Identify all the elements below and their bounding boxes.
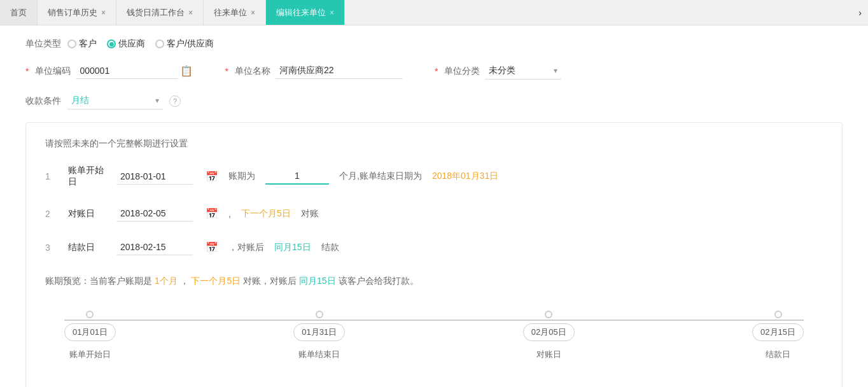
period-row-2-highlight: 下一个月5日 bbox=[241, 208, 291, 220]
timeline-badge-1: 01月01日 bbox=[64, 323, 116, 341]
timeline-dot-1 bbox=[86, 311, 94, 318]
timeline-dot-3 bbox=[545, 311, 552, 318]
unit-category-value: 未分类 bbox=[489, 65, 551, 76]
tab-sales-history[interactable]: 销售订单历史 × bbox=[38, 0, 116, 25]
tab-sales-history-label: 销售订单历史 bbox=[48, 7, 97, 18]
timeline-point-2: 01月31日 账单结束日 bbox=[293, 311, 345, 360]
chevron-down-icon: ▾ bbox=[554, 66, 557, 75]
timeline-label-3: 对账日 bbox=[536, 349, 561, 360]
timeline-badge-4: 02月15日 bbox=[752, 323, 804, 341]
period-row-2-date[interactable] bbox=[116, 206, 193, 222]
timeline-point-1: 01月01日 账单开始日 bbox=[64, 311, 116, 360]
preview-next5: 下一个月5日 bbox=[191, 276, 241, 286]
timeline-label-4: 结款日 bbox=[766, 349, 790, 360]
period-row-1-date[interactable] bbox=[116, 169, 193, 185]
payment-row: 收款条件 月结 ▾ ? bbox=[25, 92, 843, 109]
radio-both-circle bbox=[155, 39, 164, 48]
radio-customer-circle bbox=[67, 39, 76, 48]
period-row-2-num: 2 bbox=[45, 209, 58, 219]
period-row-1-suffix-post: 个月,账单结束日期为 bbox=[339, 171, 422, 182]
preview-mid: ， bbox=[180, 276, 189, 286]
period-end-date: 2018年01月31日 bbox=[432, 171, 498, 182]
period-row-3-num: 3 bbox=[45, 243, 58, 253]
help-icon[interactable]: ? bbox=[169, 95, 181, 107]
tab-daily-work-label: 钱货日清工作台 bbox=[127, 7, 185, 18]
tab-units[interactable]: 往来单位 × bbox=[204, 0, 266, 25]
timeline-badge-2: 01月31日 bbox=[293, 323, 345, 341]
period-num-input[interactable] bbox=[265, 168, 329, 185]
timeline-badge-3: 02月05日 bbox=[523, 323, 575, 341]
timeline-point-3: 02月05日 对账日 bbox=[523, 311, 575, 360]
tab-sales-history-close[interactable]: × bbox=[101, 8, 106, 17]
period-row-1-type: 账单开始日 bbox=[68, 165, 106, 188]
period-row-2-type: 对账日 bbox=[68, 208, 106, 220]
unit-type-label: 单位类型 bbox=[25, 38, 61, 50]
period-row-1-calendar-icon[interactable]: 📅 bbox=[206, 171, 218, 183]
preview-mid2: 对账，对账后 bbox=[243, 276, 297, 286]
timeline-container: 01月01日 账单开始日 01月31日 账单结束日 02月05日 对账日 02月… bbox=[45, 304, 823, 379]
unit-code-label: 单位编码 bbox=[35, 66, 71, 77]
tab-daily-work[interactable]: 钱货日清工作台 × bbox=[116, 0, 204, 25]
timeline-points: 01月01日 账单开始日 01月31日 账单结束日 02月05日 对账日 02月… bbox=[64, 311, 804, 360]
unit-category-required: * bbox=[435, 66, 438, 76]
unit-name-label: 单位名称 bbox=[235, 66, 270, 77]
period-row-1-num: 1 bbox=[45, 171, 58, 181]
unit-type-radio-group: 客户 供应商 客户/供应商 bbox=[67, 38, 214, 50]
tab-edit-unit-close[interactable]: × bbox=[330, 8, 334, 17]
unit-name-input[interactable] bbox=[276, 63, 403, 79]
tab-home[interactable]: 首页 bbox=[0, 0, 38, 25]
unit-name-required: * bbox=[225, 66, 228, 76]
period-row-2-suffix: 对账 bbox=[301, 208, 319, 220]
tab-more-button[interactable]: › bbox=[852, 0, 868, 25]
radio-supplier[interactable]: 供应商 bbox=[107, 38, 145, 50]
unit-code-icon[interactable]: 📋 bbox=[180, 65, 193, 77]
period-row-3-calendar-icon[interactable]: 📅 bbox=[206, 241, 218, 253]
radio-supplier-label: 供应商 bbox=[118, 38, 145, 50]
unit-code-input[interactable] bbox=[76, 63, 178, 79]
chevron-right-icon: › bbox=[858, 8, 862, 18]
period-row-3: 3 结款日 📅 ，对账后 同月15日 结款 bbox=[45, 239, 823, 255]
period-row-3-date[interactable] bbox=[116, 239, 193, 255]
tab-home-label: 首页 bbox=[10, 7, 27, 18]
preview-text: 账期预览：当前客户账期是 1个月 ， 下一个月5日 对账，对账后 同月15日 该… bbox=[45, 273, 823, 289]
timeline-label-2: 账单结束日 bbox=[298, 349, 340, 360]
period-row-1-suffix-pre: 账期为 bbox=[228, 171, 255, 182]
unit-type-row: 单位类型 客户 供应商 客户/供应商 bbox=[25, 38, 843, 50]
period-row-3-suffix: 结款 bbox=[321, 242, 339, 253]
period-row-3-highlight: 同月15日 bbox=[274, 242, 311, 253]
payment-select[interactable]: 月结 ▾ bbox=[67, 92, 163, 109]
radio-both[interactable]: 客户/供应商 bbox=[155, 38, 214, 50]
timeline-dot-4 bbox=[774, 311, 782, 318]
unit-info-row: * 单位编码 📋 * 单位名称 * 单位分类 未分类 ▾ bbox=[25, 62, 843, 80]
radio-supplier-circle bbox=[107, 39, 116, 48]
timeline-point-4: 02月15日 结款日 bbox=[752, 311, 804, 360]
radio-customer[interactable]: 客户 bbox=[67, 38, 97, 50]
unit-category-label: 单位分类 bbox=[444, 66, 480, 77]
unit-category-select[interactable]: 未分类 ▾ bbox=[485, 62, 561, 80]
unit-category-group: * 单位分类 未分类 ▾ bbox=[435, 62, 561, 80]
tab-daily-work-close[interactable]: × bbox=[188, 8, 193, 17]
payment-chevron-icon: ▾ bbox=[155, 96, 159, 105]
timeline-label-1: 账单开始日 bbox=[69, 349, 111, 360]
period-row-3-type: 结款日 bbox=[68, 242, 106, 253]
period-row-3-prefix: ，对账后 bbox=[228, 242, 264, 253]
tab-edit-unit-label: 编辑往来单位 bbox=[276, 7, 326, 18]
unit-code-input-wrapper: 📋 bbox=[76, 63, 193, 79]
preview-label: 账期预览：当前客户账期是 bbox=[45, 276, 152, 286]
unit-code-group: * 单位编码 📋 bbox=[25, 63, 193, 79]
radio-customer-label: 客户 bbox=[79, 38, 97, 50]
timeline-dot-2 bbox=[316, 311, 323, 318]
tab-units-close[interactable]: × bbox=[251, 8, 255, 17]
period-row-2-prefix: , bbox=[228, 209, 231, 219]
radio-both-label: 客户/供应商 bbox=[167, 38, 214, 50]
period-row-1: 1 账单开始日 📅 账期为 个月,账单结束日期为 2018年01月31日 bbox=[45, 165, 823, 188]
tab-units-label: 往来单位 bbox=[214, 7, 247, 18]
preview-end: 该客户会给我打款。 bbox=[339, 276, 419, 286]
period-row-2-calendar-icon[interactable]: 📅 bbox=[206, 208, 218, 220]
period-title: 请按照未来的一个完整帐期进行设置 bbox=[45, 138, 823, 150]
payment-value: 月结 bbox=[71, 95, 153, 106]
unit-name-group: * 单位名称 bbox=[225, 63, 402, 79]
unit-code-required: * bbox=[25, 66, 29, 76]
tab-edit-unit[interactable]: 编辑往来单位 × bbox=[266, 0, 345, 25]
tab-bar: 首页 销售订单历史 × 钱货日清工作台 × 往来单位 × 编辑往来单位 × › bbox=[0, 0, 868, 25]
